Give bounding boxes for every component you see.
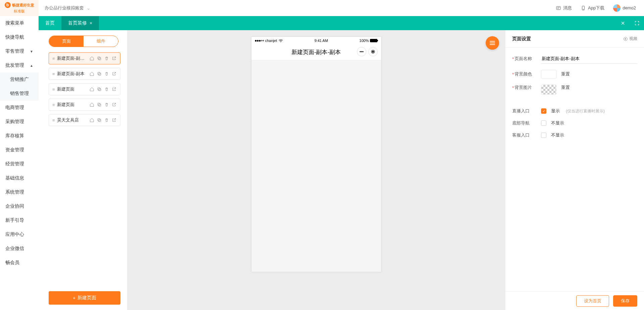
sidebar-item-system[interactable]: 系统管理: [0, 185, 39, 199]
home-icon[interactable]: [89, 117, 95, 123]
messages-label: 消息: [563, 5, 572, 11]
live-hint: (仅当进行直播时展示): [566, 108, 605, 114]
page-item-name: 新建页面: [57, 86, 87, 92]
phone-body[interactable]: [252, 60, 381, 272]
tab-page-design[interactable]: 首页装修 ×: [61, 16, 99, 30]
sidebar-item-finance[interactable]: 资金管理: [0, 143, 39, 157]
drag-handle-icon[interactable]: ≡: [52, 56, 54, 61]
set-home-button[interactable]: 设为首页: [576, 295, 609, 307]
phone-preview: chanjet 9:41 AM 100% 新建页面-副本-副本: [252, 37, 381, 272]
share-icon[interactable]: [111, 87, 117, 92]
sidebar-item-search[interactable]: 搜索菜单: [0, 16, 39, 30]
logo[interactable]: b 畅捷通好生意 标准版: [0, 0, 39, 16]
tab-home[interactable]: 首页: [39, 16, 61, 30]
live-cb-label: 显示: [551, 108, 560, 114]
sidebar-item-member[interactable]: 畅会员: [0, 256, 39, 270]
drag-handle-icon[interactable]: ≡: [52, 71, 54, 76]
delete-icon[interactable]: [104, 87, 109, 92]
copy-icon[interactable]: [97, 102, 102, 107]
save-button[interactable]: 保存: [613, 295, 637, 307]
segment-page[interactable]: 页面: [49, 36, 84, 47]
page-item[interactable]: ≡ 新建页面: [49, 83, 120, 95]
drag-handle-icon[interactable]: ≡: [52, 102, 54, 107]
top-actions: 消息 App下载 demo2: [556, 4, 644, 12]
home-icon[interactable]: [89, 102, 95, 107]
sidebar-item-appcenter[interactable]: 应用中心: [0, 227, 39, 242]
delete-icon[interactable]: [104, 56, 109, 61]
page-item[interactable]: ≡ 新建页面-副本: [49, 68, 120, 80]
field-label-bottomnav: 底部导航: [512, 120, 536, 126]
tabbar: 首页 首页装修 ×: [39, 16, 644, 30]
tab-close-button[interactable]: [616, 16, 630, 30]
sidebar-item-purchase[interactable]: 采购管理: [0, 115, 39, 129]
sidebar-item-quicknav[interactable]: 快捷导航: [0, 30, 39, 44]
canvas: chanjet 9:41 AM 100% 新建页面-副本-副本: [127, 30, 505, 310]
sidebar-item-operation[interactable]: 经营管理: [0, 157, 39, 171]
copy-icon[interactable]: [97, 71, 102, 76]
sidebar-item-wecom[interactable]: 企业微信: [0, 242, 39, 256]
home-icon[interactable]: [89, 87, 95, 92]
more-icon[interactable]: [357, 47, 366, 56]
page-item[interactable]: ≡ 昊天文具店: [49, 114, 120, 126]
account-selector[interactable]: 办公品行业模拟账套 ⌄: [45, 5, 91, 11]
sidebar-item-guide[interactable]: 新手引导: [0, 213, 39, 227]
copy-icon[interactable]: [97, 87, 102, 92]
sidebar-item-marketing[interactable]: 营销推广: [0, 72, 39, 87]
svg-rect-4: [98, 57, 100, 59]
page-name-input[interactable]: [541, 54, 637, 64]
drag-handle-icon[interactable]: ≡: [52, 118, 54, 123]
bgcolor-swatch[interactable]: [541, 70, 556, 79]
new-page-button[interactable]: + 新建页面: [49, 291, 120, 305]
fullscreen-button[interactable]: [630, 16, 644, 30]
segment-component[interactable]: 组件: [84, 36, 118, 47]
sidebar-item-wholesale[interactable]: 批发管理▲: [0, 58, 39, 72]
sidebar-item-ecommerce[interactable]: 电商管理: [0, 101, 39, 115]
page-item[interactable]: ≡ 新建页面: [49, 99, 120, 111]
topbar: b 畅捷通好生意 标准版 办公品行业模拟账套 ⌄ 消息 App下载 demo2: [0, 0, 644, 16]
plus-icon: +: [73, 295, 75, 301]
bgimg-swatch[interactable]: [541, 85, 556, 95]
bgcolor-reset[interactable]: 重置: [561, 71, 570, 77]
copy-icon[interactable]: [97, 56, 102, 61]
logo-edition: 标准版: [14, 9, 25, 14]
caret-down-icon: ▼: [30, 50, 33, 53]
svg-point-14: [361, 51, 362, 52]
copy-icon[interactable]: [97, 117, 102, 123]
delete-icon[interactable]: [104, 117, 109, 123]
share-icon[interactable]: [111, 102, 117, 107]
drag-handle-icon[interactable]: ≡: [52, 87, 54, 92]
new-page-label: 新建页面: [77, 295, 96, 301]
messages-link[interactable]: 消息: [556, 5, 572, 11]
app-download-link[interactable]: App下载: [581, 5, 604, 11]
page-item-name: 新建页面: [57, 102, 87, 108]
home-icon[interactable]: [89, 71, 95, 76]
user-menu[interactable]: demo2: [613, 4, 636, 12]
target-icon[interactable]: [368, 47, 378, 56]
svg-rect-0: [556, 6, 560, 9]
delete-icon[interactable]: [104, 71, 109, 76]
phone-title: 新建页面-副本-副本: [291, 48, 341, 56]
phone-time: 9:41 AM: [314, 39, 328, 43]
share-icon[interactable]: [111, 117, 117, 123]
floating-menu-button[interactable]: [486, 36, 499, 50]
share-icon[interactable]: [111, 71, 117, 76]
sidebar-item-collab[interactable]: 企业协同: [0, 199, 39, 213]
close-icon[interactable]: ×: [90, 20, 92, 26]
sidebar-item-inventory[interactable]: 库存核算: [0, 129, 39, 143]
battery-icon: [370, 39, 377, 42]
video-link[interactable]: 视频: [623, 36, 637, 42]
page-item-name: 新建页面-副本: [57, 71, 87, 77]
home-icon[interactable]: [89, 56, 95, 61]
live-checkbox[interactable]: [541, 108, 546, 114]
bgimg-reset[interactable]: 重置: [561, 85, 570, 91]
share-icon[interactable]: [111, 56, 117, 61]
delete-icon[interactable]: [104, 102, 109, 107]
sidebar-item-sales[interactable]: 销售管理: [0, 87, 39, 101]
sidebar-item-retail[interactable]: 零售管理▼: [0, 44, 39, 58]
video-label: 视频: [629, 36, 637, 42]
caret-up-icon: ▲: [30, 64, 33, 67]
service-checkbox[interactable]: [541, 133, 546, 138]
bottomnav-checkbox[interactable]: [541, 120, 546, 126]
sidebar-item-basic[interactable]: 基础信息: [0, 171, 39, 185]
page-item[interactable]: ≡ 新建页面-副本-...: [49, 52, 120, 64]
